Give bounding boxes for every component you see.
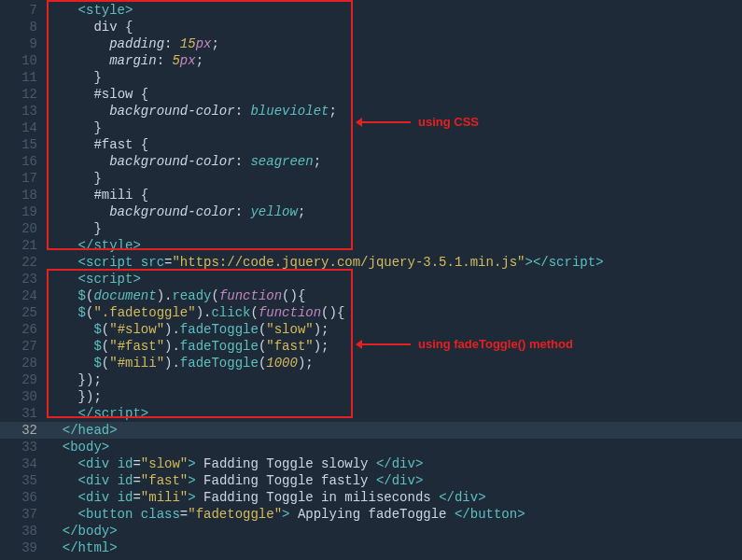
line-number: 26 [0,321,37,338]
line-number: 36 [0,489,37,506]
code-line[interactable]: }); [47,388,742,405]
line-number: 29 [0,371,37,388]
code-line[interactable]: } [47,69,742,86]
code-line[interactable]: } [47,220,742,237]
line-number: 23 [0,271,37,287]
code-line[interactable]: }); [47,371,742,388]
code-line[interactable]: $("#slow").fadeToggle("slow"); [47,321,742,338]
code-line[interactable]: background-color: seagreen; [47,153,742,170]
code-line[interactable]: <script> [47,271,742,287]
line-number: 18 [0,187,37,203]
code-line[interactable]: <div id="slow"> Fadding Toggle slowly </… [47,455,742,472]
line-number: 20 [0,220,37,237]
line-number: 9 [0,35,37,52]
line-number: 27 [0,338,37,355]
line-number: 30 [0,388,37,405]
code-line[interactable]: #mili { [47,187,742,203]
code-line[interactable]: $("#mili").fadeToggle(1000); [47,355,742,371]
code-line[interactable]: div { [47,19,742,35]
code-line[interactable]: } [47,170,742,187]
line-number: 34 [0,455,37,472]
code-line[interactable]: margin: 5px; [47,52,742,69]
code-line[interactable]: <button class="fadetoggle"> Applying fad… [47,506,742,523]
line-number: 28 [0,355,37,371]
line-number: 21 [0,237,37,254]
code-line[interactable]: background-color: yellow; [47,203,742,220]
line-number: 8 [0,19,37,35]
line-number: 39 [0,539,37,556]
code-line[interactable]: $(document).ready(function(){ [47,287,742,304]
js-annotation-label: using fadeToggle() method [418,336,573,353]
code-area[interactable]: using CSS using fadeToggle() method <sty… [47,0,742,560]
code-line[interactable]: $("#fast").fadeToggle("fast"); [47,338,742,355]
line-number: 25 [0,304,37,321]
arrow-icon [357,343,411,345]
code-line[interactable]: background-color: blueviolet; [47,103,742,119]
line-number: 33 [0,439,37,455]
line-number: 37 [0,506,37,523]
code-line[interactable]: <script src="https://code.jquery.com/jqu… [47,254,742,271]
line-number: 31 [0,405,37,422]
line-number: 13 [0,103,37,119]
code-line[interactable]: </script> [47,405,742,422]
code-line[interactable]: #fast { [47,136,742,153]
line-number: 12 [0,86,37,103]
code-line[interactable]: <style> [47,2,742,19]
line-number: 17 [0,170,37,187]
code-line[interactable]: $(".fadetoggle").click(function(){ [47,304,742,321]
line-number: 22 [0,254,37,271]
line-number: 15 [0,136,37,153]
line-number: 14 [0,119,37,136]
arrow-icon [357,121,411,123]
css-annotation-label: using CSS [418,114,479,131]
code-line[interactable]: <div id="mili"> Fadding Toggle in milise… [47,489,742,506]
line-number-gutter: 7891011121314151617181920212223242526272… [0,0,47,560]
code-editor[interactable]: 7891011121314151617181920212223242526272… [0,0,742,560]
line-number: 35 [0,472,37,489]
line-number: 7 [0,2,37,19]
code-line[interactable]: </head> [47,422,742,439]
code-line[interactable]: <div id="fast"> Fadding Toggle fastly </… [47,472,742,489]
line-number: 32 [0,422,47,439]
code-line[interactable]: #slow { [47,86,742,103]
code-line[interactable]: <body> [47,439,742,455]
code-line[interactable]: </body> [47,523,742,539]
code-line[interactable]: </style> [47,237,742,254]
line-number: 19 [0,203,37,220]
line-number: 10 [0,52,37,69]
line-number: 24 [0,287,37,304]
line-number: 38 [0,523,37,539]
code-line[interactable]: </html> [47,539,742,556]
code-line[interactable]: padding: 15px; [47,35,742,52]
line-number: 11 [0,69,37,86]
line-number: 16 [0,153,37,170]
